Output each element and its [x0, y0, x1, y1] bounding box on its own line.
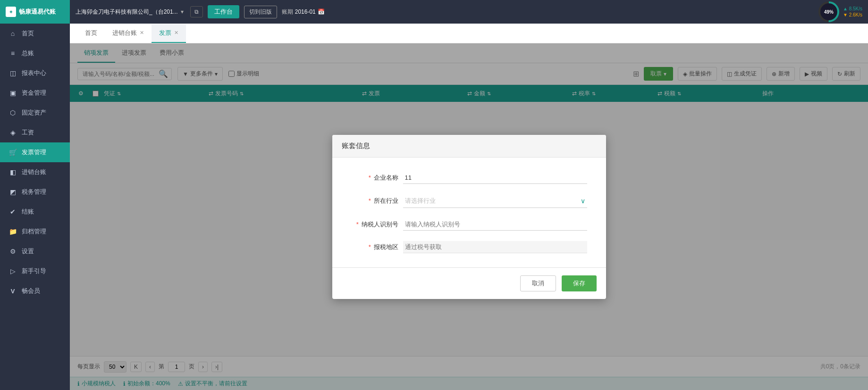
home-icon: ⌂	[8, 29, 17, 38]
switch-old-button[interactable]: 切到旧版	[244, 6, 277, 18]
sidebar-item-ledger[interactable]: ≡ 总账	[0, 43, 70, 63]
sidebar-item-guide[interactable]: ▷ 新手引导	[0, 261, 70, 281]
sidebar-item-label: 税务管理	[22, 188, 46, 196]
member-icon: V	[8, 287, 17, 295]
tab-invoice[interactable]: 发票 ✕	[152, 24, 186, 43]
speed-indicator: 49%	[817, 0, 840, 23]
form-row-industry: * 所在行业 请选择行业 ∨	[351, 194, 587, 208]
settle-icon: ✔	[8, 207, 17, 216]
sidebar-item-label: 发票管理	[22, 148, 46, 157]
company-name-input[interactable]	[403, 172, 587, 184]
cancel-button[interactable]: 取消	[520, 275, 556, 291]
guide-icon: ▷	[8, 267, 17, 275]
sidebar-item-member[interactable]: V 畅会员	[0, 281, 70, 301]
sales-icon: ◧	[8, 168, 17, 176]
calendar-icon[interactable]: 📅	[318, 8, 325, 15]
speed-up: ▲ 8.5K/s	[843, 6, 862, 11]
sidebar-item-salary[interactable]: ◈ 工资	[0, 123, 70, 142]
finance-icon: ▣	[8, 89, 17, 97]
sidebar-item-home[interactable]: ⌂ 首页	[0, 24, 70, 43]
tab-home[interactable]: 首页	[77, 24, 105, 43]
sidebar-item-label: 畅会员	[22, 287, 40, 295]
workbench-button[interactable]: 工作台	[208, 5, 239, 18]
speed-down: ▼ 2.6K/s	[843, 12, 862, 17]
sidebar-item-finance[interactable]: ▣ 资金管理	[0, 83, 70, 103]
company-name-label: * 企业名称	[351, 174, 398, 182]
period-display: 账期 2016-01 📅	[282, 8, 325, 16]
topbar-right: 49% ▲ 8.5K/s ▼ 2.6K/s	[817, 0, 862, 23]
industry-dropdown-icon: ∨	[581, 197, 585, 205]
topbar: 上海卯金刀电子科技有限公司_（台201... ▾ ⧉ 工作台 切到旧版 账期 2…	[70, 0, 868, 24]
sidebar: ✦ 畅康通易代账 ⌂ 首页 ≡ 总账 ◫ 报表中心 ▣ 资金管理 ⬡ 固定资产 …	[0, 0, 70, 390]
tax-region-input	[403, 241, 587, 253]
sidebar-item-label: 首页	[22, 29, 34, 38]
settings-icon: ⚙	[8, 247, 17, 256]
content-area: 销项发票 进项发票 费用小票 🔍 ▼ 更多条件 ▾ 显示明细	[70, 43, 868, 390]
assets-icon: ⬡	[8, 108, 17, 117]
invoice-icon: 🛒	[8, 148, 17, 157]
logo-icon: ✦	[6, 7, 16, 17]
modal-body: * 企业名称 * 所在行业 请选择行业 ∨	[332, 158, 606, 267]
company-dropdown-icon[interactable]: ▾	[181, 8, 184, 15]
tab-close-sales[interactable]: ✕	[140, 30, 144, 36]
sidebar-item-label: 归档管理	[22, 227, 46, 236]
modal-header: 账套信息	[332, 135, 606, 158]
tax-icon: ◩	[8, 188, 17, 196]
tab-sales-ledger[interactable]: 进销台账 ✕	[105, 24, 152, 43]
sidebar-item-label: 工资	[22, 128, 34, 137]
sidebar-item-label: 报表中心	[22, 69, 46, 77]
tab-close-invoice[interactable]: ✕	[174, 30, 178, 36]
app-logo: ✦ 畅康通易代账	[0, 0, 70, 24]
sidebar-item-report[interactable]: ◫ 报表中心	[0, 63, 70, 83]
speed-stats: ▲ 8.5K/s ▼ 2.6K/s	[843, 6, 862, 17]
required-star: *	[369, 197, 371, 204]
sidebar-item-settings[interactable]: ⚙ 设置	[0, 241, 70, 261]
form-row-tax-region: * 报税地区	[351, 241, 587, 253]
modal-overlay: 账套信息 * 企业名称 * 所在行业	[70, 43, 868, 390]
svg-text:49%: 49%	[824, 9, 834, 15]
sidebar-item-label: 新手引导	[22, 267, 46, 275]
form-row-company-name: * 企业名称	[351, 172, 587, 184]
required-star: *	[356, 221, 359, 228]
main-area: 上海卯金刀电子科技有限公司_（台201... ▾ ⧉ 工作台 切到旧版 账期 2…	[70, 0, 868, 390]
tax-id-input[interactable]	[403, 218, 587, 231]
sidebar-item-sales[interactable]: ◧ 进销台账	[0, 162, 70, 182]
sidebar-item-label: 进销台账	[22, 168, 46, 176]
modal-footer: 取消 保存	[332, 267, 606, 299]
sidebar-item-label: 结账	[22, 207, 34, 216]
sidebar-item-settle[interactable]: ✔ 结账	[0, 202, 70, 222]
sidebar-item-assets[interactable]: ⬡ 固定资产	[0, 103, 70, 123]
copy-icon: ⧉	[194, 8, 199, 15]
report-icon: ◫	[8, 69, 17, 77]
sidebar-item-label: 固定资产	[22, 108, 46, 117]
required-star: *	[369, 243, 371, 250]
company-name: 上海卯金刀电子科技有限公司_（台201...	[76, 8, 178, 16]
tax-region-label: * 报税地区	[351, 243, 398, 251]
app-name: 畅康通易代账	[19, 8, 56, 16]
industry-select[interactable]: 请选择行业 ∨	[403, 194, 587, 208]
archive-icon: 📁	[8, 227, 17, 236]
sidebar-item-archive[interactable]: 📁 归档管理	[0, 222, 70, 241]
account-info-modal: 账套信息 * 企业名称 * 所在行业	[332, 135, 606, 299]
sidebar-item-invoice[interactable]: 🛒 发票管理	[0, 142, 70, 162]
save-button[interactable]: 保存	[562, 275, 597, 291]
required-star: *	[369, 174, 371, 181]
salary-icon: ◈	[8, 128, 17, 137]
nav-tabs-bar: 首页 进销台账 ✕ 发票 ✕	[70, 24, 868, 43]
tax-id-label: * 纳税人识别号	[351, 220, 398, 229]
copy-button[interactable]: ⧉	[190, 6, 203, 17]
ledger-icon: ≡	[8, 49, 17, 58]
sidebar-item-label: 设置	[22, 247, 34, 256]
sidebar-item-label: 总账	[22, 49, 34, 58]
sidebar-item-tax[interactable]: ◩ 税务管理	[0, 182, 70, 202]
company-selector[interactable]: 上海卯金刀电子科技有限公司_（台201... ▾	[76, 8, 184, 16]
sidebar-item-label: 资金管理	[22, 89, 46, 97]
industry-label: * 所在行业	[351, 197, 398, 205]
form-row-tax-id: * 纳税人识别号	[351, 218, 587, 231]
